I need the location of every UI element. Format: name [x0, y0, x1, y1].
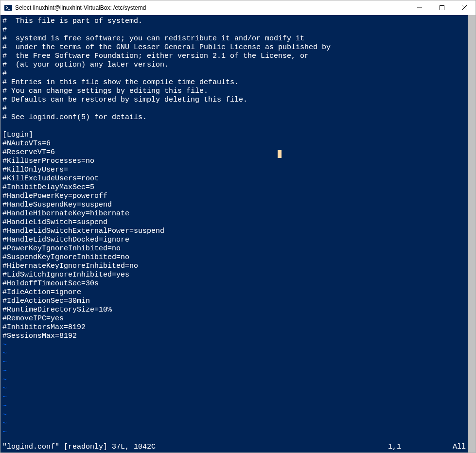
file-line — [2, 122, 468, 131]
scrollbar-thumb[interactable] — [468, 15, 476, 453]
file-line: #PowerKeyIgnoreInhibited=no — [2, 244, 468, 253]
vim-tilde-line: ~ — [2, 384, 468, 393]
vim-tilde-line: ~ — [2, 411, 468, 419]
vim-tilde-line: ~ — [2, 428, 468, 437]
maximize-button[interactable] — [431, 0, 453, 15]
file-line: #KillOnlyUsers= — [2, 166, 468, 174]
file-line: #HoldoffTimeoutSec=30s — [2, 279, 468, 288]
file-line: # Defaults can be restored by simply del… — [2, 96, 468, 105]
titlebar[interactable]: Select linuxhint@linuxhint-VirtualBox: /… — [0, 0, 476, 15]
terminal-content[interactable]: # This file is part of systemd.## system… — [0, 15, 468, 453]
file-line: # — [2, 26, 468, 35]
vim-tilde-line: ~ — [2, 341, 468, 349]
vim-tilde-line: ~ — [2, 358, 468, 367]
file-line: #RemoveIPC=yes — [2, 314, 468, 323]
file-line: # You can change settings by editing thi… — [2, 87, 468, 96]
vim-tilde-line: ~ — [2, 367, 468, 376]
file-line: #HandleSuspendKey=suspend — [2, 201, 468, 209]
file-line: # under the terms of the GNU Lesser Gene… — [2, 43, 468, 52]
file-line: #KillUserProcesses=no — [2, 157, 468, 166]
status-percent: All — [446, 443, 466, 452]
file-line: # — [2, 70, 468, 78]
text-cursor — [278, 150, 282, 158]
vim-status-bar: "logind.conf" [readonly] 37L, 1042C 1,1 … — [2, 443, 466, 452]
file-line: #ReserveVT=6 — [2, 148, 468, 157]
file-line: #HandleLidSwitchDocked=ignore — [2, 236, 468, 244]
file-line: #InhibitDelayMaxSec=5 — [2, 183, 468, 192]
file-line: #SuspendKeyIgnoreInhibited=no — [2, 253, 468, 262]
window-controls — [408, 0, 476, 15]
file-line: [Login] — [2, 131, 468, 139]
file-line: #RuntimeDirectorySize=10% — [2, 306, 468, 314]
scrollbar[interactable] — [468, 15, 476, 453]
terminal-window: Select linuxhint@linuxhint-VirtualBox: /… — [0, 0, 476, 453]
file-line: #SessionsMax=8192 — [2, 332, 468, 341]
file-line: # the Free Software Foundation; either v… — [2, 52, 468, 61]
file-line: # (at your option) any later version. — [2, 61, 468, 70]
file-line: #HibernateKeyIgnoreInhibited=no — [2, 262, 468, 271]
svg-rect-3 — [440, 6, 444, 10]
vim-tilde-line: ~ — [2, 419, 468, 428]
minimize-button[interactable] — [408, 0, 431, 15]
vim-tilde-line: ~ — [2, 393, 468, 402]
vim-tilde-line: ~ — [2, 349, 468, 358]
file-line: #InhibitorsMax=8192 — [2, 323, 468, 332]
status-position: 1,1 — [388, 443, 446, 452]
file-line: # This file is part of systemd. — [2, 17, 468, 26]
file-line: # systemd is free software; you can redi… — [2, 35, 468, 43]
file-line: #KillExcludeUsers=root — [2, 174, 468, 183]
file-line: #IdleActionSec=30min — [2, 297, 468, 306]
file-line: # Entries in this file show the compile … — [2, 78, 468, 87]
file-line: #HandlePowerKey=poweroff — [2, 192, 468, 201]
file-line: #NAutoVTs=6 — [2, 139, 468, 148]
status-filename: "logind.conf" [readonly] 37L, 1042C — [2, 443, 388, 452]
file-line: #HandleLidSwitch=suspend — [2, 218, 468, 227]
file-line: # See logind.conf(5) for details. — [2, 113, 468, 122]
vim-tilde-line: ~ — [2, 402, 468, 411]
file-line: #LidSwitchIgnoreInhibited=yes — [2, 271, 468, 279]
powershell-icon — [4, 4, 12, 12]
close-button[interactable] — [453, 0, 476, 15]
vim-tilde-line: ~ — [2, 376, 468, 384]
terminal-viewport[interactable]: # This file is part of systemd.## system… — [0, 15, 476, 453]
window-title: Select linuxhint@linuxhint-VirtualBox: /… — [15, 4, 408, 11]
file-line: #IdleAction=ignore — [2, 288, 468, 297]
file-line: #HandleLidSwitchExternalPower=suspend — [2, 227, 468, 236]
file-line: # — [2, 105, 468, 113]
file-line: #HandleHibernateKey=hibernate — [2, 209, 468, 218]
